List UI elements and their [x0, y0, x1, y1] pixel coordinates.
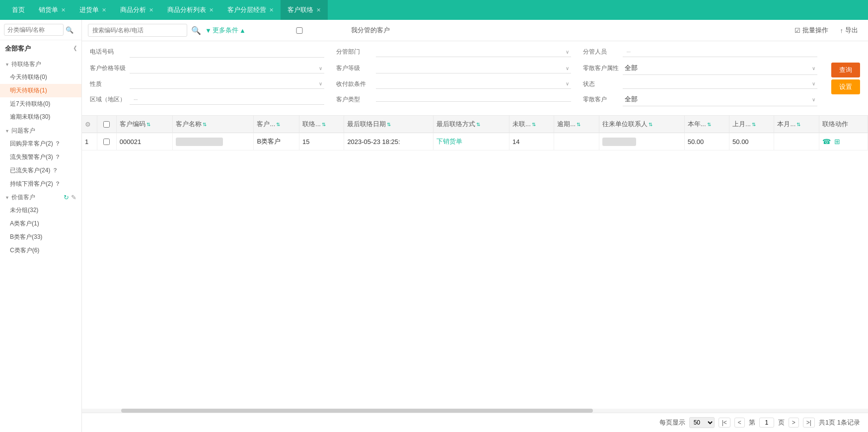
- sidebar-item-declining[interactable]: 持续下滑客户(2) ？: [0, 177, 81, 191]
- edit-icon[interactable]: ✎: [71, 194, 76, 201]
- page-input[interactable]: [759, 418, 774, 428]
- more-conditions-button[interactable]: ▼ 更多条件 ▲: [205, 26, 246, 35]
- sidebar-item-today[interactable]: 今天待联络(0): [0, 71, 81, 84]
- nav-tab-customerlayer[interactable]: 客户分层经营 ✕: [220, 0, 281, 20]
- filter-row-4: 区域（地区） ··· 客户类型 零散: [90, 93, 817, 106]
- sort-icon[interactable]: ⇅: [752, 122, 756, 127]
- close-purchaseorder-icon[interactable]: ✕: [102, 7, 106, 13]
- select-all-checkbox[interactable]: [103, 121, 110, 128]
- all-customers-title[interactable]: 全部客户 《: [0, 40, 81, 57]
- sort-icon[interactable]: ⇅: [146, 122, 150, 127]
- bulk-ops-button[interactable]: ☑ 批量操作: [791, 24, 832, 37]
- filter-cell-nature: 性质 ∨: [90, 79, 324, 89]
- price-level-select[interactable]: ∨: [130, 64, 324, 73]
- chevron-down-icon: ∨: [812, 97, 815, 102]
- sort-icon[interactable]: ⇅: [796, 122, 800, 127]
- sidebar-item-class-c[interactable]: C类客户(6): [0, 244, 81, 257]
- export-button[interactable]: ↑ 导出: [836, 24, 863, 37]
- close-productanalysislist-icon[interactable]: ✕: [209, 7, 214, 13]
- sidebar-item-overdue[interactable]: 逾期未联络(30): [0, 110, 81, 124]
- sort-icon[interactable]: ⇅: [322, 122, 326, 127]
- prev-page-button[interactable]: <: [734, 418, 745, 428]
- nav-tab-salesorder[interactable]: 销货单 ✕: [32, 0, 72, 20]
- cell-checkbox: [97, 133, 116, 150]
- total-records: 共1页 1条记录: [819, 418, 860, 427]
- page-size-select[interactable]: 50 100 200: [689, 417, 715, 428]
- horizontal-scrollbar[interactable]: [82, 409, 868, 413]
- sidebar-search-input[interactable]: [4, 24, 64, 36]
- status-select[interactable]: ∨: [623, 79, 817, 89]
- retail-customer-select[interactable]: 全部 ∨: [623, 93, 817, 106]
- query-button[interactable]: 查询: [831, 63, 860, 77]
- settings-button[interactable]: 设置: [831, 79, 860, 94]
- col-header-action: 联络动作: [819, 116, 868, 133]
- sort-icon[interactable]: ⇅: [649, 122, 652, 127]
- nature-select[interactable]: ∨: [130, 79, 324, 89]
- filter-row-3: 性质 ∨ 收付款条件 ∨: [90, 79, 817, 89]
- chevron-down-icon: ∨: [812, 81, 815, 86]
- sort-icon[interactable]: ⇅: [532, 122, 536, 127]
- my-customers-checkbox[interactable]: [250, 27, 349, 34]
- filter-cell-manager: 分管人员 ···: [583, 47, 817, 57]
- chevron-down-icon: ∨: [812, 66, 815, 71]
- close-productanalysis-icon[interactable]: ✕: [149, 7, 153, 13]
- refresh-icon[interactable]: ↻: [64, 194, 69, 201]
- nav-tab-purchaseorder[interactable]: 进货单 ✕: [72, 0, 113, 20]
- col-header-unit-contact: 往来单位联系人 ⇅: [599, 116, 684, 133]
- sort-icon[interactable]: ⇅: [203, 122, 207, 127]
- top-navigation: 首页 销货单 ✕ 进货单 ✕ 商品分析 ✕ 商品分析列表 ✕ 客户分层经营 ✕ …: [0, 0, 868, 20]
- col-header-checkbox: [97, 116, 116, 133]
- last-page-button[interactable]: >|: [803, 418, 815, 428]
- close-salesorder-icon[interactable]: ✕: [61, 7, 66, 13]
- action-phone-icon[interactable]: ☎: [822, 138, 831, 145]
- customer-type-select[interactable]: [376, 97, 571, 102]
- payment-select[interactable]: ∨: [376, 79, 571, 89]
- cell-action: ☎ ⊞: [819, 133, 868, 150]
- customer-table-area: ⚙ 客户编码 ⇅: [82, 116, 868, 409]
- sidebar-item-repurchase[interactable]: 回购异常客户(2) ？: [0, 137, 81, 150]
- sidebar-item-churn-warning[interactable]: 流失预警客户(3) ？: [0, 150, 81, 164]
- nav-tab-customercontact[interactable]: 客户联络 ✕: [281, 0, 328, 20]
- retail-attr-select[interactable]: 全部 ∨: [623, 62, 817, 75]
- customer-level-select[interactable]: ∨: [376, 64, 571, 73]
- table-row: 1 000021 ██████ B类客户 15 2023-05-23 18:2: [82, 133, 868, 150]
- action-grid-icon[interactable]: ⊞: [834, 138, 840, 145]
- gear-icon[interactable]: ⚙: [85, 121, 91, 128]
- my-customers-checkbox-label[interactable]: 我分管的客户: [250, 26, 390, 35]
- col-header-last-contact-date: 最后联络日期 ⇅: [344, 116, 434, 133]
- sidebar-search-area: 🔍: [0, 20, 81, 40]
- search-button[interactable]: 🔍: [191, 26, 201, 35]
- close-customercontact-icon[interactable]: ✕: [316, 7, 321, 13]
- home-nav-item[interactable]: 首页: [5, 0, 32, 20]
- sidebar-item-ungrouped[interactable]: 未分组(32): [0, 204, 81, 217]
- first-page-button[interactable]: |<: [719, 418, 730, 428]
- sidebar-item-class-b[interactable]: B类客户(33): [0, 230, 81, 244]
- nav-tab-productanalysislist[interactable]: 商品分析列表 ✕: [160, 0, 220, 20]
- row-checkbox[interactable]: [103, 139, 110, 145]
- sidebar-item-churned[interactable]: 已流失客户(24) ？: [0, 164, 81, 177]
- sort-icon[interactable]: ⇅: [577, 122, 580, 127]
- sidebar-search-icon[interactable]: 🔍: [66, 26, 73, 34]
- group-label-problem: 问题客户: [0, 124, 81, 137]
- sidebar-item-class-a[interactable]: A类客户(1): [0, 217, 81, 230]
- manager-select[interactable]: ···: [623, 47, 817, 57]
- sort-icon[interactable]: ⇅: [707, 122, 711, 127]
- sort-icon[interactable]: ⇅: [476, 122, 480, 127]
- close-customerlayer-icon[interactable]: ✕: [269, 7, 274, 13]
- sort-icon[interactable]: ⇅: [276, 122, 280, 127]
- search-input[interactable]: [88, 24, 187, 37]
- region-select[interactable]: ···: [130, 95, 324, 105]
- next-page-button[interactable]: >: [789, 418, 799, 428]
- last-contact-method-link[interactable]: 下销货单: [436, 138, 462, 145]
- phone-input[interactable]: [130, 46, 324, 58]
- sidebar-item-7days[interactable]: 近7天待联络(0): [0, 97, 81, 111]
- col-header-code: 客户编码 ⇅: [116, 116, 172, 133]
- customer-table: ⚙ 客户编码 ⇅: [82, 116, 868, 150]
- sort-icon[interactable]: ⇅: [387, 122, 391, 127]
- scrollbar-thumb[interactable]: [121, 409, 593, 413]
- dept-select[interactable]: ∨: [376, 47, 571, 57]
- chevron-up-icon: ▲: [239, 27, 246, 34]
- nav-tab-productanalysis[interactable]: 商品分析 ✕: [113, 0, 160, 20]
- sidebar-item-tomorrow[interactable]: 明天待联络(1): [0, 84, 81, 97]
- chevron-down-icon: ∨: [566, 49, 569, 55]
